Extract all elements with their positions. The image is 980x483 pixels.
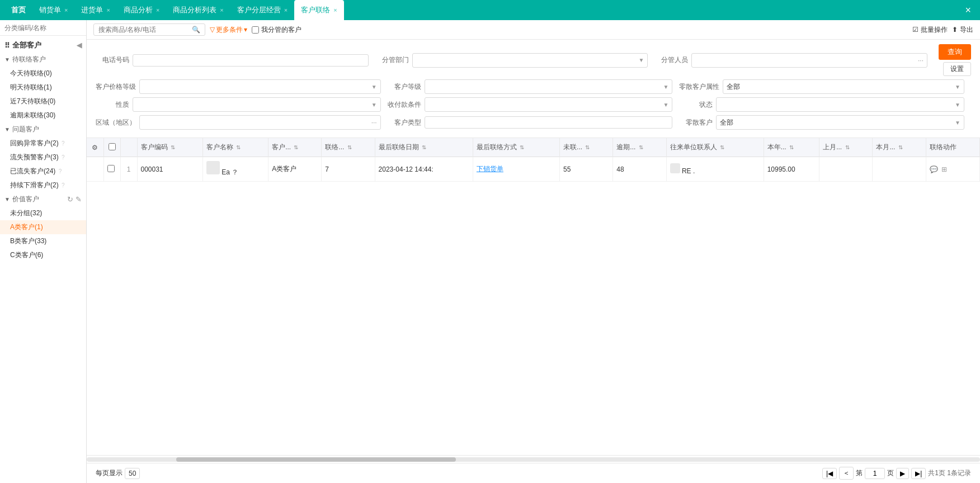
col-no-contact[interactable]: 未联... ⇅ xyxy=(560,138,613,157)
my-customer-checkbox[interactable]: 我分管的客户 xyxy=(252,25,301,35)
sidebar-all-customers[interactable]: ⠿ 全部客户 ◀ xyxy=(0,36,86,53)
sidebar-item-overdue[interactable]: 逾期未联络(30) xyxy=(0,108,86,122)
retail-cust-select[interactable]: 全部 ▼ xyxy=(716,115,964,130)
col-last-method[interactable]: 最后联络方式 ⇅ xyxy=(473,138,559,157)
scroll-thumb[interactable] xyxy=(176,457,456,462)
first-page-button[interactable]: |◀ xyxy=(822,468,837,479)
sidebar-item-abnormal[interactable]: 回购异常客户(2) ? xyxy=(0,136,86,150)
nav-tab-purchase-close[interactable]: × xyxy=(106,7,110,13)
payment-select[interactable]: ▼ xyxy=(425,97,673,112)
export-button[interactable]: ⬆ 导出 xyxy=(952,25,973,35)
filter-cell-retail-cust: 零散客户 全部 ▼ xyxy=(679,115,971,130)
col-this-year[interactable]: 本年... ⇅ xyxy=(764,138,819,157)
nav-tab-customer-mgmt[interactable]: 客户分层经营 × xyxy=(230,0,294,20)
retail-attr-select[interactable]: 全部 ▼ xyxy=(723,79,964,94)
batch-operation-button[interactable]: ☑ 批量操作 xyxy=(912,25,948,35)
col-last-method-label: 最后联络方式 xyxy=(477,143,517,151)
status-select[interactable]: ▼ xyxy=(716,97,964,112)
sidebar-item-7days[interactable]: 近7天待联络(0) xyxy=(0,94,86,108)
select-all-checkbox[interactable] xyxy=(109,143,116,150)
person-input[interactable]: ··· xyxy=(691,53,927,68)
close-all-button[interactable]: × xyxy=(960,4,976,16)
next-page-button[interactable]: ▶ xyxy=(896,468,909,479)
sort-last-date-icon[interactable]: ⇅ xyxy=(422,144,426,150)
sidebar-item-churned[interactable]: 已流失客户(24) ? xyxy=(0,164,86,178)
nature-select[interactable]: ▼ xyxy=(133,97,381,112)
row-check-cell[interactable] xyxy=(103,157,120,182)
col-overdue[interactable]: 逾期... ⇅ xyxy=(613,138,666,157)
sidebar-item-a-class[interactable]: A类客户(1) xyxy=(0,220,86,234)
sort-type-icon[interactable]: ⇅ xyxy=(294,144,298,150)
nav-tab-home[interactable]: 首页 xyxy=(4,0,32,20)
setting-button[interactable]: 设置 xyxy=(943,62,971,76)
row-gear-cell xyxy=(87,157,103,182)
sidebar-item-b-class[interactable]: B类客户(33) xyxy=(0,234,86,248)
cust-level-select[interactable]: ▼ xyxy=(425,79,673,94)
sidebar-item-c-class[interactable]: C类客户(6) xyxy=(0,248,86,262)
sort-this-year-icon[interactable]: ⇅ xyxy=(789,144,794,150)
sort-last-method-icon[interactable]: ⇅ xyxy=(520,144,524,150)
sidebar-item-declining[interactable]: 持续下滑客户(2) ? xyxy=(0,178,86,192)
nav-tab-customer-contact[interactable]: 客户联络 × xyxy=(294,0,343,20)
row-checkbox[interactable] xyxy=(107,165,115,172)
col-unit-contact[interactable]: 往来单位联系人 ⇅ xyxy=(666,138,764,157)
phone-input[interactable] xyxy=(133,54,369,67)
sort-overdue-icon[interactable]: ⇅ xyxy=(639,144,643,150)
nav-tab-sales-close[interactable]: × xyxy=(64,7,68,13)
sort-last-month-icon[interactable]: ⇅ xyxy=(845,144,850,150)
sidebar-collapse-icon[interactable]: ◀ xyxy=(77,41,82,49)
sidebar-item-ungroup[interactable]: 未分组(32) xyxy=(0,206,86,220)
last-method-link[interactable]: 下销货单 xyxy=(477,165,503,173)
chat-icon[interactable]: 💬 xyxy=(930,165,938,173)
page-number-input[interactable] xyxy=(865,468,885,479)
filter-search-icon[interactable]: 🔍 xyxy=(192,26,200,34)
refresh-icon[interactable]: ↻ xyxy=(67,195,73,203)
sort-name-icon[interactable]: ⇅ xyxy=(236,144,241,150)
col-overdue-label: 逾期... xyxy=(616,143,635,151)
qr-icon[interactable]: ⊞ xyxy=(941,165,947,173)
sort-code-icon[interactable]: ⇅ xyxy=(171,144,175,150)
sort-unit-contact-icon[interactable]: ⇅ xyxy=(720,144,724,150)
horizontal-scrollbar[interactable] xyxy=(87,455,980,463)
col-this-month[interactable]: 本月... ⇅ xyxy=(873,138,926,157)
dept-select[interactable]: ▼ xyxy=(412,53,648,68)
sidebar-item-today[interactable]: 今天待联络(0) xyxy=(0,67,86,80)
sidebar-item-tomorrow[interactable]: 明天待联络(1) xyxy=(0,80,86,94)
nav-tab-customer-contact-close[interactable]: × xyxy=(333,7,337,13)
col-check[interactable] xyxy=(103,138,120,157)
cust-type-input[interactable] xyxy=(425,116,673,129)
row-last-method-cell[interactable]: 下销货单 xyxy=(473,157,559,182)
my-customer-check[interactable] xyxy=(252,26,259,34)
last-page-button[interactable]: ▶| xyxy=(911,468,926,479)
more-filter-button[interactable]: ▽ 更多条件 ▾ xyxy=(210,25,247,35)
col-code[interactable]: 客户编码 ⇅ xyxy=(137,138,202,157)
nav-tab-sales[interactable]: 销货单 × xyxy=(32,0,74,20)
nav-tab-purchase[interactable]: 进货单 × xyxy=(74,0,116,20)
sidebar-search-input[interactable] xyxy=(4,24,87,32)
sidebar-section-value[interactable]: ▼ 价值客户 ↻ ✎ xyxy=(0,192,86,206)
sort-this-month-icon[interactable]: ⇅ xyxy=(898,144,903,150)
price-level-select[interactable]: ▼ xyxy=(139,79,381,94)
sidebar-section-problem[interactable]: ▼ 问题客户 xyxy=(0,122,86,136)
sort-no-contact-icon[interactable]: ⇅ xyxy=(585,144,590,150)
edit-icon[interactable]: ✎ xyxy=(76,195,82,203)
col-contacts[interactable]: 联络... ⇅ xyxy=(322,138,375,157)
area-select[interactable]: ··· xyxy=(139,115,381,130)
col-gear[interactable]: ⚙ xyxy=(87,138,103,157)
nav-tab-goods-analysis-close[interactable]: × xyxy=(156,7,159,13)
sort-contacts-icon[interactable]: ⇅ xyxy=(347,144,352,150)
prev-page-button[interactable]: ＜ xyxy=(839,467,854,480)
col-last-month[interactable]: 上月... ⇅ xyxy=(819,138,873,157)
nav-tab-customer-mgmt-close[interactable]: × xyxy=(284,7,288,13)
nav-tab-goods-list[interactable]: 商品分析列表 × xyxy=(166,0,230,20)
col-type[interactable]: 客户... ⇅ xyxy=(268,138,322,157)
nav-tab-goods-analysis[interactable]: 商品分析 × xyxy=(117,0,166,20)
col-name[interactable]: 客户名称 ⇅ xyxy=(202,138,268,157)
sidebar-section-pending[interactable]: ▼ 待联络客户 xyxy=(0,53,86,67)
sidebar-item-churn-warn[interactable]: 流失预警客户(3) ? xyxy=(0,150,86,164)
query-button[interactable]: 查询 xyxy=(939,44,971,60)
filter-search-input[interactable] xyxy=(98,26,192,34)
nav-tab-goods-list-close[interactable]: × xyxy=(220,7,223,13)
col-last-date[interactable]: 最后联络日期 ⇅ xyxy=(375,138,473,157)
page-size-select[interactable]: 50 xyxy=(125,468,140,479)
